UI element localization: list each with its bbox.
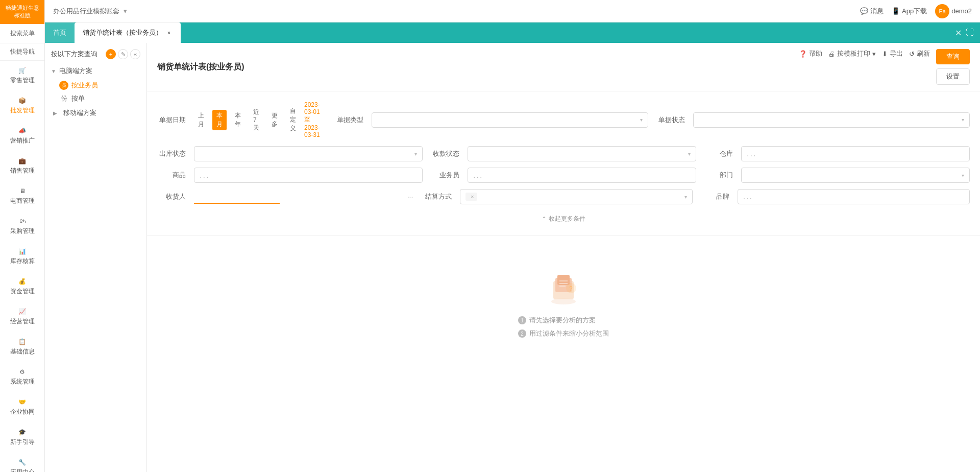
sidebar-item-operations[interactable]: 📈 经营管理 — [0, 302, 44, 332]
tab-sales-stat[interactable]: 销货单统计表（按业务员） × — [75, 22, 181, 43]
tree-child-bill[interactable]: 份 按单 — [45, 92, 146, 105]
date-btn-last-month[interactable]: 上月 — [194, 110, 208, 130]
sidebar-item-finance[interactable]: 💰 资金管理 — [0, 272, 44, 302]
consignee-label: 收货人 — [157, 192, 186, 201]
stock-status-label: 出库状态 — [157, 149, 186, 158]
warehouse-select[interactable]: ... — [741, 146, 970, 161]
collapse-panel-btn[interactable]: « — [130, 49, 140, 59]
collapse-btn[interactable]: ⌃ 收起更多条件 — [157, 210, 970, 227]
tree-child-salesman[interactable]: 员 按业务员 — [45, 79, 146, 92]
message-btn[interactable]: 💬 消息 — [860, 7, 884, 16]
sidebar-item-apps[interactable]: 🔧 应用中心 — [0, 453, 44, 472]
retail-icon: 🛒 — [18, 67, 26, 74]
salesman-label: 业务员 — [431, 171, 459, 180]
filter-row-1: 单据日期 上月 本月 本年 近7天 更多 自定义 2023-03-01 至 20… — [157, 100, 970, 140]
sidebar-item-retail[interactable]: 🛒 零售管理 — [0, 61, 44, 91]
newbie-icon: 🎓 — [18, 429, 26, 436]
sidebar: 畅捷通好生意 标准版 搜索菜单 快捷导航 🛒 零售管理 📦 批发管理 📣 营销推… — [0, 0, 45, 472]
help-btn[interactable]: ❓ 帮助 — [799, 49, 822, 58]
date-btn-last-7-days[interactable]: 近7天 — [249, 106, 263, 134]
sidebar-item-wholesale[interactable]: 📦 批发管理 — [0, 91, 44, 121]
stock-status-select[interactable]: ▾ — [194, 146, 423, 161]
filter-area: 单据日期 上月 本月 本年 近7天 更多 自定义 2023-03-01 至 20… — [147, 91, 980, 236]
doc-type-select[interactable]: ▾ — [372, 112, 648, 128]
tab-home[interactable]: 首页 — [45, 22, 75, 43]
apps-icon: 🔧 — [18, 459, 26, 466]
tree-mobile-scheme[interactable]: ▶ 移动端方案 — [45, 105, 146, 121]
enterprise-icon: 🤝 — [18, 398, 26, 406]
brand-select[interactable]: ... — [738, 189, 970, 204]
stock-status-arrow-icon: ▾ — [414, 151, 417, 157]
inventory-icon: 📊 — [18, 248, 26, 255]
consignee-more-icon[interactable]: ··· — [407, 193, 413, 201]
tab-fullscreen-icon[interactable]: ⛶ — [966, 28, 974, 37]
settings-button[interactable]: 设置 — [936, 68, 970, 85]
payment-method-arrow-icon: ▾ — [684, 194, 687, 200]
payment-status-arrow-icon: ▾ — [688, 151, 691, 157]
refresh-icon: ↺ — [909, 50, 915, 58]
tree-expand-icon: ▼ — [51, 68, 56, 74]
empty-tip-1: 1 请先选择要分析的方案 — [518, 316, 609, 325]
sidebar-nav[interactable]: 快捷导航 — [0, 43, 44, 61]
date-btn-this-year[interactable]: 本年 — [231, 110, 245, 130]
page-header: 销货单统计表(按业务员) ❓ 帮助 🖨 按模板打印 ▾ ⬇ — [147, 43, 980, 91]
export-btn[interactable]: ⬇ 导出 — [882, 49, 903, 58]
payment-status-select[interactable]: ▾ — [468, 146, 696, 161]
collapse-label: 收起更多条件 — [549, 215, 585, 223]
tab-close-icon[interactable]: × — [165, 29, 173, 36]
goods-label: 商品 — [157, 171, 186, 180]
page-actions: ❓ 帮助 🖨 按模板打印 ▾ ⬇ 导出 ↺ — [799, 49, 930, 58]
date-btn-more[interactable]: 更多 — [267, 110, 282, 130]
sidebar-item-marketing[interactable]: 📣 营销推广 — [0, 121, 44, 151]
empty-illustration: ? — [543, 267, 584, 308]
page-title: 销货单统计表(按业务员) — [157, 62, 244, 73]
dept-label: 部门 — [704, 171, 733, 180]
doc-status-select[interactable]: ▾ — [693, 112, 970, 128]
add-scheme-btn[interactable]: + — [106, 49, 116, 59]
date-btn-this-month[interactable]: 本月 — [212, 110, 227, 130]
filter-row-4: 收货人 ··· 结算方式 × ▾ 品牌 . — [157, 189, 970, 204]
empty-tip-2: 2 用过滤条件来缩小分析范围 — [518, 329, 609, 338]
sales-icon: 💼 — [18, 157, 26, 164]
svg-text:?: ? — [569, 285, 573, 292]
doc-type-label: 单据类型 — [335, 115, 363, 125]
message-icon: 💬 — [860, 7, 868, 15]
sidebar-item-ecommerce[interactable]: 🖥 电商管理 — [0, 181, 44, 211]
panel-header-label: 按以下方案查询 — [51, 50, 97, 59]
sidebar-item-purchase[interactable]: 🛍 采购管理 — [0, 211, 44, 242]
app-download-btn[interactable]: 📱 App下载 — [892, 7, 927, 16]
date-btn-custom[interactable]: 自定义 — [286, 105, 300, 134]
sidebar-item-system[interactable]: ⚙ 系统管理 — [0, 362, 44, 392]
edit-scheme-btn[interactable]: ✎ — [118, 49, 128, 59]
sidebar-item-enterprise[interactable]: 🤝 企业协同 — [0, 392, 44, 422]
topbar-right: 💬 消息 📱 App下载 Ea demo2 — [860, 4, 972, 18]
print-icon: 🖨 — [828, 50, 835, 58]
sidebar-item-basic[interactable]: 📋 基础信息 — [0, 332, 44, 362]
tree-desktop-scheme[interactable]: ▼ 电脑端方案 — [45, 63, 146, 79]
payment-method-select[interactable]: × ▾ — [460, 189, 692, 204]
sidebar-item-sales[interactable]: 💼 销售管理 — [0, 151, 44, 181]
tab-close-window-icon[interactable]: ✕ — [955, 28, 962, 38]
dept-select[interactable]: ▾ — [741, 168, 970, 183]
salesman-select[interactable]: ... — [468, 168, 696, 183]
tip-num-2: 2 — [518, 329, 526, 338]
goods-select[interactable]: ... — [194, 168, 423, 183]
user-profile[interactable]: Ea demo2 — [935, 4, 972, 18]
doc-type-arrow-icon: ▾ — [640, 117, 643, 123]
query-button[interactable]: 查询 — [936, 49, 970, 64]
empty-tips: 1 请先选择要分析的方案 2 用过滤条件来缩小分析范围 — [518, 316, 609, 338]
sidebar-search[interactable]: 搜索菜单 — [0, 24, 44, 43]
refresh-btn[interactable]: ↺ 刷新 — [909, 49, 930, 58]
sidebar-item-newbie[interactable]: 🎓 新手引导 — [0, 422, 44, 453]
tabbar-actions: ✕ ⛶ — [955, 28, 980, 38]
payment-method-clear-icon[interactable]: × — [471, 194, 474, 200]
tip-num-1: 1 — [518, 316, 526, 324]
sidebar-logo[interactable]: 畅捷通好生意 标准版 — [0, 0, 44, 24]
salesman-scheme-icon: 员 — [59, 81, 68, 90]
right-panel: 销货单统计表(按业务员) ❓ 帮助 🖨 按模板打印 ▾ ⬇ — [147, 43, 980, 472]
consignee-input[interactable] — [194, 190, 280, 204]
sidebar-item-inventory[interactable]: 📊 库存核算 — [0, 242, 44, 272]
payment-method-tag: × — [465, 193, 477, 201]
template-print-btn[interactable]: 🖨 按模板打印 ▾ — [828, 49, 876, 58]
industry-dropdown-icon[interactable]: ▾ — [124, 7, 127, 15]
